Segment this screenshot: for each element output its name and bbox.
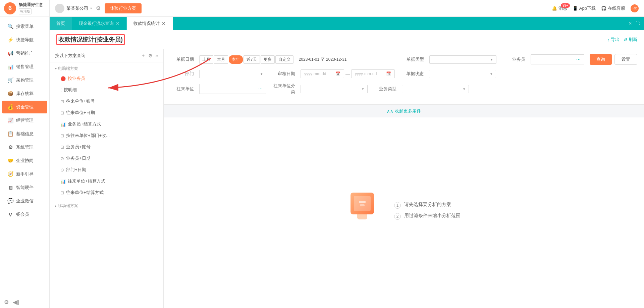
operation-icon: 📈 <box>7 117 13 123</box>
scheme-item-by-salesman[interactable]: 🔴 按业务员 <box>50 73 163 84</box>
empty-state: 1 请先选择要分析的方案 2 用过滤条件来缩小分析范围 <box>164 117 644 308</box>
scheme-item-salesman-date[interactable]: ⊙ 业务员+日期 <box>50 153 163 164</box>
date-btn-last-month[interactable]: 上月 <box>199 55 213 64</box>
sidebar-item-search[interactable]: 🔍 搜索菜单 <box>2 20 47 33</box>
date-range-display: 2023-01-01 至 2023-12-31 <box>299 57 347 62</box>
export-btn[interactable]: ↑ 导出 <box>607 37 620 43</box>
review-date-start[interactable]: yyyy-mm-dd 📅 <box>301 69 344 78</box>
step-num-1: 1 <box>394 202 401 209</box>
sidebar-item-inventory[interactable]: 📦 库存核算 <box>2 87 47 100</box>
tab-collection-stat[interactable]: 收款情况统计 ✕ <box>127 17 173 30</box>
date-btn-custom[interactable]: 自定义 <box>275 55 293 64</box>
partner-select[interactable]: ··· <box>199 84 266 94</box>
wechat-icon: 💬 <box>7 198 13 204</box>
bill-type-select[interactable]: ▾ <box>429 55 496 64</box>
scheme-header-actions: ＋ ⚙ « <box>141 53 158 59</box>
scheme-item-salesman-settlement[interactable]: 📊 业务员+结算方式 <box>50 118 163 130</box>
sidebar-collapse-icon[interactable]: ◀‖ <box>13 299 19 305</box>
tab-collection-stat-close[interactable]: ✕ <box>162 21 166 26</box>
sidebar-item-quicknav[interactable]: ⚡ 快捷导航 <box>2 34 47 46</box>
empty-step-2: 2 用过滤条件来缩小分析范围 <box>394 213 461 220</box>
empty-step-1: 1 请先选择要分析的方案 <box>394 202 461 209</box>
add-scheme-btn[interactable]: ＋ <box>141 53 146 59</box>
review-date-end[interactable]: yyyy-mm-dd 📅 <box>351 69 395 78</box>
inventory-icon: 📦 <box>7 91 13 97</box>
sidebar-nav: 🔍 搜索菜单 ⚡ 快捷导航 📢 营销推广 📊 销售管理 🛒 采购管理 📦 库存核… <box>0 17 49 296</box>
business-type-select[interactable]: ▾ <box>402 85 469 93</box>
scheme-item-by-detail[interactable]: ⁚ 按明细 <box>50 84 163 96</box>
logo-text-block: 畅捷通好生意 标准版 <box>19 2 43 14</box>
tab-home[interactable]: 首页 <box>50 17 72 30</box>
sidebar-item-operation[interactable]: 📈 经营管理 <box>2 114 47 127</box>
date-btn-this-year[interactable]: 本年 <box>229 55 243 64</box>
window-maximize-btn[interactable]: ⛶ <box>635 21 640 26</box>
bill-type-chevron: ▾ <box>491 57 493 62</box>
dept-chevron: ▾ <box>261 72 263 76</box>
tab-bar: 首页 现金银行流水查询 ✕ 收款情况统计 ✕ ✕ ⛶ <box>50 17 644 30</box>
online-service-btn[interactable]: 🎧 在线客服 <box>601 5 625 11</box>
sidebar-item-sales[interactable]: 📊 销售管理 <box>2 60 47 73</box>
bill-status-select[interactable]: ▾ <box>429 70 496 78</box>
sidebar-item-purchase[interactable]: 🛒 采购管理 <box>2 74 47 87</box>
sidebar-item-member[interactable]: V 畅会员 <box>2 208 47 221</box>
setting-btn[interactable]: 设置 <box>614 54 637 65</box>
desktop-group-title[interactable]: ▾ 电脑端方案 <box>50 64 163 73</box>
notification-icon: 🔔 <box>552 6 557 11</box>
dept-select[interactable]: ▾ <box>199 70 266 78</box>
scheme-item-partner-settlement2[interactable]: ⊡ 往来单位+结算方式 <box>50 187 163 198</box>
user-avatar <box>55 4 64 13</box>
business-type-chevron: ▾ <box>463 87 465 91</box>
window-close-btn[interactable]: ✕ <box>628 21 633 26</box>
scheme-item-partner-dept[interactable]: ⊡ 按往来单位+部门+收... <box>50 130 163 141</box>
date-btn-this-month[interactable]: 本月 <box>214 55 228 64</box>
header-gear-icon[interactable]: ⚙ <box>96 5 101 11</box>
filter-row-3: 往来单位 ··· 往来单位分类 ▾ 业务类型 ▾ <box>170 83 637 95</box>
tab-bank-flow-close[interactable]: ✕ <box>116 21 120 26</box>
query-btn[interactable]: 查询 <box>590 54 612 65</box>
company-dropdown-icon[interactable]: ▾ <box>90 6 92 10</box>
scheme-item-partner-settlement1[interactable]: 📊 往来单位+结算方式 <box>50 175 163 187</box>
notification-btn[interactable]: 🔔 消息 99+ <box>552 5 567 11</box>
collapse-conditions-btn[interactable]: ∧∧ 收起更多条件 <box>387 108 421 114</box>
trial-btn[interactable]: 体验行业方案 <box>105 3 142 13</box>
sidebar-item-marketing[interactable]: 📢 营销推广 <box>2 47 47 60</box>
date-filter-group: 上月 本月 本年 近7天 更多 自定义 2023-01-01 至 2023-12 <box>199 55 395 64</box>
scheme-item-partner-date[interactable]: ⊡ 往来单位+日期 <box>50 107 163 118</box>
salesman-select[interactable]: ··· <box>531 54 584 64</box>
scheme-item-dept-date[interactable]: ⊙ 部门+日期 <box>50 164 163 175</box>
partner-cat-chevron: ▾ <box>362 87 364 91</box>
top-header: 某某某公司 ▾ ⚙ 体验行业方案 🔔 消息 99+ 📱 App下载 🎧 在线客服… <box>50 0 644 17</box>
empty-illustration <box>347 193 381 226</box>
scheme-item-partner-account[interactable]: ⊡ 往来单位+账号 <box>50 96 163 107</box>
mobile-group-title[interactable]: ▸ 移动端方案 <box>50 201 163 210</box>
sidebar-item-system[interactable]: ⚙ 系统管理 <box>2 141 47 154</box>
main-wrapper: 某某某公司 ▾ ⚙ 体验行业方案 🔔 消息 99+ 📱 App下载 🎧 在线客服… <box>50 0 644 308</box>
sidebar-bottom: ⚙ ◀‖ <box>0 296 49 308</box>
sidebar-item-basic[interactable]: 📋 基础信息 <box>2 127 47 140</box>
scheme-settings-btn[interactable]: ⚙ <box>148 53 153 58</box>
date-btn-more[interactable]: 更多 <box>261 55 275 64</box>
member-icon: V <box>7 211 13 217</box>
notification-badge: 99+ <box>561 3 570 8</box>
sidebar-item-guide[interactable]: 🧭 新手引导 <box>2 168 47 181</box>
user-avatar-small[interactable]: Rit <box>631 4 639 12</box>
sidebar-item-hardware[interactable]: 🖥 智能硬件 <box>2 181 47 194</box>
sidebar-item-finance[interactable]: 💰 资金管理 <box>2 101 47 113</box>
refresh-btn[interactable]: ↺ 刷新 <box>624 37 637 43</box>
scheme-collapse-btn[interactable]: « <box>155 53 158 58</box>
app-download-btn[interactable]: 📱 App下载 <box>573 5 596 11</box>
sidebar-settings-icon[interactable]: ⚙ <box>4 299 9 305</box>
purchase-icon: 🛒 <box>7 77 13 83</box>
partner-category-select[interactable]: ▾ <box>301 85 368 93</box>
review-date-pair: yyyy-mm-dd 📅 — yyyy-mm-dd 📅 <box>301 69 395 78</box>
page-title-bar: 收款情况统计(按业务员) ↑ 导出 ↺ 刷新 <box>50 30 644 49</box>
service-icon: 🎧 <box>601 6 606 11</box>
sidebar-item-wechat[interactable]: 💬 企业微信 <box>2 195 47 207</box>
logo-icon: 6 <box>4 2 16 14</box>
tab-bank-flow[interactable]: 现金银行流水查询 ✕ <box>72 17 127 30</box>
scheme-item-salesman-account[interactable]: ⊡ 业务员+账号 <box>50 141 163 153</box>
robot-base <box>357 214 367 219</box>
sidebar-item-enterprise[interactable]: 🤝 企业协同 <box>2 154 47 167</box>
date-btn-7days[interactable]: 近7天 <box>244 55 260 64</box>
app-icon: 📱 <box>573 6 578 11</box>
